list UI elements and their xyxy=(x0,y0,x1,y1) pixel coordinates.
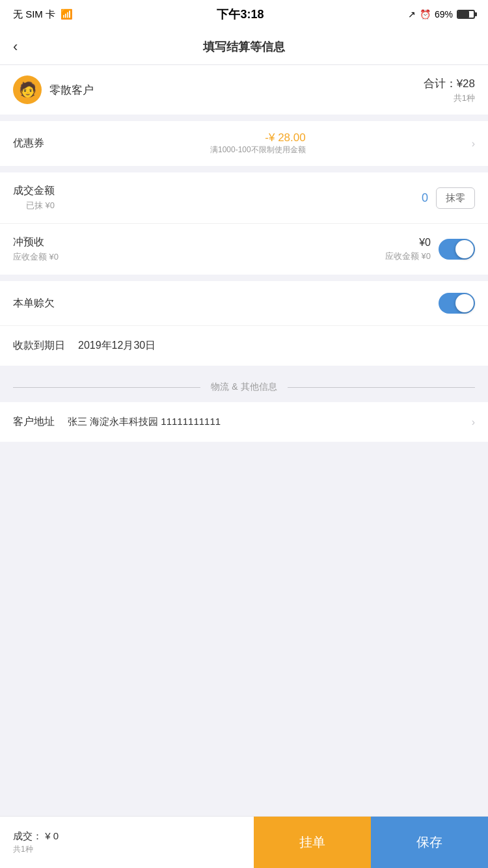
hang-button[interactable]: 挂单 xyxy=(254,817,371,869)
voucher-row[interactable]: 优惠券 -¥ 28.00 满1000-100不限制使用金额 › xyxy=(0,121,488,166)
separator-line-left xyxy=(13,387,200,388)
deal-left: 成交金额 已抹 ¥0 xyxy=(13,184,55,211)
address-label: 客户地址 xyxy=(13,415,55,429)
bottom-deal-text: 成交： xyxy=(13,830,42,841)
avatar: 🧑 xyxy=(13,75,42,104)
voucher-value: -¥ 28.00 xyxy=(210,131,306,144)
customer-section: 🧑 零散客户 合计：¥28 共1种 xyxy=(0,65,488,115)
address-section: 客户地址 张三 海淀永丰科技园 11111111111 › xyxy=(0,402,488,442)
status-bar: 无 SIM 卡 📶 下午3:18 ↗ ⏰ 69% xyxy=(0,0,488,29)
credit-toggle[interactable] xyxy=(439,293,475,314)
deal-row: 成交金额 已抹 ¥0 0 抹零 xyxy=(0,172,488,224)
nav-bar: ‹ 填写结算等信息 xyxy=(0,29,488,65)
address-chevron-icon: › xyxy=(472,416,475,428)
deal-sub: 已抹 ¥0 xyxy=(13,200,55,211)
voucher-right: -¥ 28.00 满1000-100不限制使用金额 xyxy=(210,131,306,156)
prepay-receivable: 应收金额 ¥0 xyxy=(385,251,431,262)
carrier-label: 无 SIM 卡 xyxy=(13,8,55,21)
empty-area xyxy=(0,448,488,526)
credit-label: 本单赊欠 xyxy=(13,297,55,310)
status-left: 无 SIM 卡 📶 xyxy=(13,8,73,21)
status-time: 下午3:18 xyxy=(217,7,264,22)
chevron-icon: › xyxy=(472,138,475,150)
deal-right: 0 抹零 xyxy=(422,187,475,209)
location-icon: ↗ xyxy=(408,9,416,20)
address-value: 张三 海淀永丰科技园 11111111111 xyxy=(68,416,472,428)
separator-line-right xyxy=(288,387,475,388)
deal-section: 成交金额 已抹 ¥0 0 抹零 冲预收 应收金额 ¥0 ¥0 应收金额 ¥0 xyxy=(0,172,488,275)
address-row[interactable]: 客户地址 张三 海淀永丰科技园 11111111111 › xyxy=(0,402,488,442)
total-count: 共1种 xyxy=(424,92,475,104)
due-date-value: 2019年12月30日 xyxy=(78,339,156,353)
avatar-icon: 🧑 xyxy=(19,81,36,98)
prepay-left: 冲预收 应收金额 ¥0 xyxy=(13,236,59,263)
prepay-right: ¥0 应收金额 ¥0 xyxy=(385,237,475,262)
bottom-info: 成交： ¥ 0 共1种 xyxy=(0,830,254,855)
prepay-label: 冲预收 xyxy=(13,236,59,249)
prepay-value-col: ¥0 应收金额 ¥0 xyxy=(385,237,431,262)
status-right: ↗ ⏰ 69% xyxy=(408,9,475,20)
save-button[interactable]: 保存 xyxy=(371,817,488,869)
customer-right: 合计：¥28 共1种 xyxy=(424,76,475,104)
bottom-deal-amount: ¥ 0 xyxy=(45,830,59,841)
separator-label: 物流 & 其他信息 xyxy=(211,381,277,393)
back-button[interactable]: ‹ xyxy=(8,33,23,61)
round-zero-button[interactable]: 抹零 xyxy=(436,187,475,209)
due-date-row: 收款到期日 2019年12月30日 xyxy=(0,326,488,366)
page-title: 填写结算等信息 xyxy=(203,39,285,55)
voucher-label: 优惠券 xyxy=(13,137,44,150)
voucher-section: 优惠券 -¥ 28.00 满1000-100不限制使用金额 › xyxy=(0,121,488,166)
credit-toggle-knob xyxy=(455,294,474,312)
bottom-bar: 成交： ¥ 0 共1种 挂单 保存 xyxy=(0,816,488,868)
prepay-value: ¥0 xyxy=(385,237,431,249)
wifi-icon: 📶 xyxy=(61,8,73,20)
deal-value: 0 xyxy=(422,191,428,205)
bottom-count: 共1种 xyxy=(13,844,241,855)
prepay-row: 冲预收 应收金额 ¥0 ¥0 应收金额 ¥0 xyxy=(0,224,488,275)
content: 🧑 零散客户 合计：¥28 共1种 优惠券 -¥ 28.00 满1000-100… xyxy=(0,65,488,578)
prepay-sub: 应收金额 ¥0 xyxy=(13,251,59,263)
total-amount: 合计：¥28 xyxy=(424,76,475,91)
prepay-toggle[interactable] xyxy=(439,239,475,260)
separator-section: 物流 & 其他信息 xyxy=(0,372,488,402)
battery-icon xyxy=(457,10,475,19)
toggle-knob xyxy=(455,240,474,258)
customer-name: 零散客户 xyxy=(49,83,94,98)
battery-percent: 69% xyxy=(435,9,453,20)
credit-row: 本单赊欠 xyxy=(0,281,488,326)
credit-section: 本单赊欠 收款到期日 2019年12月30日 xyxy=(0,281,488,366)
deal-label: 成交金额 xyxy=(13,184,55,198)
customer-left: 🧑 零散客户 xyxy=(13,75,94,104)
voucher-sub: 满1000-100不限制使用金额 xyxy=(210,144,306,156)
bottom-deal-label: 成交： ¥ 0 xyxy=(13,830,241,843)
due-date-label: 收款到期日 xyxy=(13,339,65,353)
alarm-icon: ⏰ xyxy=(420,9,431,20)
